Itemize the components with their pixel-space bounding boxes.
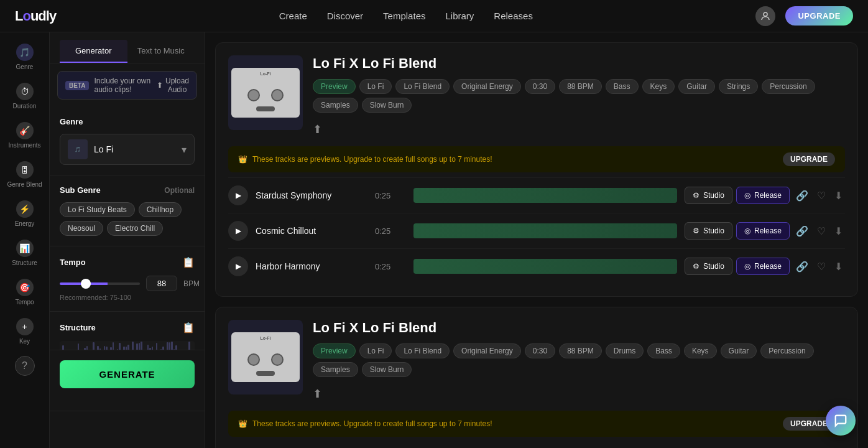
copy-link-button-3[interactable]: 🔗 xyxy=(793,258,811,275)
album-tag-keys-2[interactable]: Keys xyxy=(684,343,717,358)
album-tag-energy-1[interactable]: Original Energy xyxy=(453,79,521,94)
generate-button[interactable]: GENERATE xyxy=(60,360,195,388)
album-tag-keys-1[interactable]: Keys xyxy=(642,79,675,94)
album-tag-lofi-blend-2[interactable]: Lo Fi Blend xyxy=(395,343,450,358)
release-button-1[interactable]: ◎ Release xyxy=(736,187,790,204)
sidebar-item-genre[interactable]: 🎵 Genre xyxy=(0,37,49,77)
sidebar-item-genre-blend[interactable]: 🎛 Genre Blend xyxy=(0,155,49,194)
studio-label-2: Studio xyxy=(703,226,724,235)
album-share-button-2[interactable]: ⬆ xyxy=(313,387,322,401)
favorite-button-3[interactable]: ♡ xyxy=(815,258,828,275)
help-button[interactable]: ? xyxy=(15,356,35,376)
album-tag-strings-1[interactable]: Strings xyxy=(719,79,758,94)
subgenre-title-text: Sub Genre xyxy=(60,185,101,195)
tag-chillhop[interactable]: Chillhop xyxy=(139,202,182,217)
album-share-button-1[interactable]: ⬆ xyxy=(313,123,322,136)
release-icon-3: ◎ xyxy=(744,262,750,271)
sidebar-item-instruments[interactable]: 🎸 Instruments xyxy=(0,116,49,155)
logo[interactable]: Loudly xyxy=(15,8,56,24)
album-tag-duration-2[interactable]: 0:30 xyxy=(525,343,555,358)
copy-link-button-1[interactable]: 🔗 xyxy=(793,187,811,204)
favorite-button-1[interactable]: ♡ xyxy=(815,187,828,204)
nav-templates[interactable]: Templates xyxy=(383,11,425,21)
cassette-2: Lo-Fi xyxy=(231,332,300,382)
sidebar-item-key[interactable]: + Key xyxy=(0,312,49,351)
genre-title-text: Genre xyxy=(60,117,83,126)
download-button-2[interactable]: ⬇ xyxy=(832,223,845,240)
album-tag-bpm-2[interactable]: 88 BPM xyxy=(559,343,602,358)
sidebar-item-duration[interactable]: ⏱ Duration xyxy=(0,77,49,116)
album-tag-lofi-2[interactable]: Lo Fi xyxy=(359,343,392,358)
track-title-2: Cosmic Chillout xyxy=(256,226,367,236)
album-tag-drums-2[interactable]: Drums xyxy=(606,343,644,358)
sidebar-item-structure[interactable]: 📊 Structure xyxy=(0,233,49,273)
album-tag-lofi-1[interactable]: Lo Fi xyxy=(359,79,392,94)
genre-arrow-icon: ▾ xyxy=(182,144,187,156)
album-tag-percussion-2[interactable]: Percussion xyxy=(760,343,813,358)
genre-select[interactable]: 🎵 Lo Fi ▾ xyxy=(60,134,195,165)
album-tag-samples-1[interactable]: Samples xyxy=(313,98,358,113)
nav-create[interactable]: Create xyxy=(279,11,307,21)
energy-icon: ⚡ xyxy=(16,200,34,218)
album-tag-preview-1[interactable]: Preview xyxy=(313,79,356,94)
chat-bubble[interactable] xyxy=(826,406,856,436)
subgenre-section-title: Sub Genre Optional xyxy=(60,185,195,195)
tag-lofi-study[interactable]: Lo Fi Study Beats xyxy=(60,202,135,217)
table-row: ▶ Cosmic Chillout 0:25 ⚙ Studio ◎ Releas… xyxy=(228,213,845,248)
structure-copy-icon[interactable]: 📋 xyxy=(182,322,195,334)
track-waveform-1 xyxy=(413,188,677,203)
download-button-1[interactable]: ⬇ xyxy=(832,187,845,204)
upload-audio-button[interactable]: ⬆ Upload Audio xyxy=(157,77,189,94)
nav-releases[interactable]: Releases xyxy=(494,11,533,21)
release-button-3[interactable]: ◎ Release xyxy=(736,258,790,275)
tag-electro-chill[interactable]: Electro Chill xyxy=(107,221,163,236)
album-tag-samples-2[interactable]: Samples xyxy=(313,362,358,377)
play-button-track-3[interactable]: ▶ xyxy=(228,256,248,276)
waveform-fill-1 xyxy=(413,188,677,203)
tab-text-to-music[interactable]: Text to Music xyxy=(127,40,195,63)
tempo-input[interactable] xyxy=(146,276,177,291)
nav-library[interactable]: Library xyxy=(445,11,474,21)
tab-generator[interactable]: Generator xyxy=(60,40,127,63)
album-tag-guitar-1[interactable]: Guitar xyxy=(678,79,715,94)
tag-neosoul[interactable]: Neosoul xyxy=(60,221,103,236)
release-button-2[interactable]: ◎ Release xyxy=(736,222,790,240)
album-title-2: Lo Fi X Lo Fi Blend xyxy=(313,320,845,336)
tempo-slider[interactable] xyxy=(60,282,140,285)
beta-banner: BETA Include your own audio clips! ⬆ Upl… xyxy=(57,71,197,100)
upgrade-link-1[interactable]: UPGRADE xyxy=(783,152,835,166)
download-button-3[interactable]: ⬇ xyxy=(832,258,845,275)
studio-label-3: Studio xyxy=(703,262,724,271)
album-tag-slowburn-1[interactable]: Slow Burn xyxy=(362,98,412,113)
track-actions-1: ⚙ Studio ◎ Release 🔗 ♡ ⬇ xyxy=(685,187,845,204)
sidebar-item-tempo[interactable]: 🎯 Tempo xyxy=(0,273,49,312)
tempo-copy-icon[interactable]: 📋 xyxy=(182,256,195,268)
album-tag-percussion-1[interactable]: Percussion xyxy=(762,79,815,94)
studio-button-1[interactable]: ⚙ Studio xyxy=(685,187,732,204)
nav-discover[interactable]: Discover xyxy=(327,11,363,21)
track-actions-3: ⚙ Studio ◎ Release 🔗 ♡ ⬇ xyxy=(685,258,845,275)
album-tag-preview-2[interactable]: Preview xyxy=(313,343,356,358)
cassette-reel-left-2 xyxy=(247,353,260,366)
sidebar-item-energy[interactable]: ⚡ Energy xyxy=(0,194,49,233)
album-tag-guitar-2[interactable]: Guitar xyxy=(721,343,757,358)
upgrade-button[interactable]: UPGRADE xyxy=(785,6,853,26)
studio-button-2[interactable]: ⚙ Studio xyxy=(685,222,732,240)
play-button-track-2[interactable]: ▶ xyxy=(228,221,248,241)
copy-link-button-2[interactable]: 🔗 xyxy=(793,223,811,240)
album-art-inner-1: Lo-Fi xyxy=(228,55,303,130)
user-avatar[interactable] xyxy=(755,6,775,26)
icon-sidebar: 🎵 Genre ⏱ Duration 🎸 Instruments 🎛 Genre… xyxy=(0,32,50,448)
album-tag-bass-2[interactable]: Bass xyxy=(647,343,680,358)
album-tag-duration-1[interactable]: 0:30 xyxy=(525,79,555,94)
play-button-track-1[interactable]: ▶ xyxy=(228,185,248,205)
album-tag-bass-1[interactable]: Bass xyxy=(606,79,639,94)
favorite-button-2[interactable]: ♡ xyxy=(815,223,828,240)
studio-button-3[interactable]: ⚙ Studio xyxy=(685,258,732,275)
album-tag-lofi-blend-1[interactable]: Lo Fi Blend xyxy=(395,79,450,94)
nav-links: Create Discover Templates Library Releas… xyxy=(279,11,533,21)
control-panel: Generator Text to Music BETA Include you… xyxy=(50,32,205,448)
album-tag-bpm-1[interactable]: 88 BPM xyxy=(559,79,602,94)
album-tag-energy-2[interactable]: Original Energy xyxy=(453,343,521,358)
album-tag-slowburn-2[interactable]: Slow Burn xyxy=(362,362,412,377)
